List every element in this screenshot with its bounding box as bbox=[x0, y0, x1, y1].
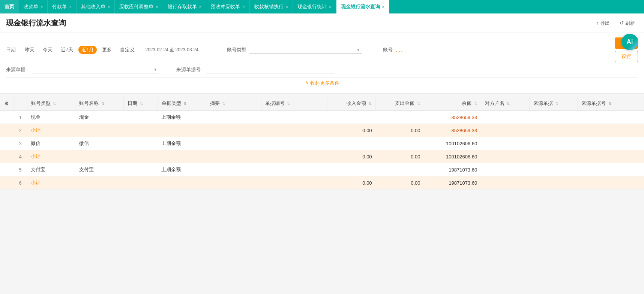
table-cell: 0.00 bbox=[327, 124, 376, 137]
nav-tab-现金银行流水查询[interactable]: 现金银行流水查询 × bbox=[336, 0, 389, 13]
close-icon[interactable]: × bbox=[156, 4, 158, 9]
table-cell bbox=[75, 176, 124, 190]
table-cell bbox=[327, 137, 376, 150]
table-cell bbox=[0, 110, 14, 124]
col-expense[interactable]: 支出金额 ⇅ bbox=[376, 97, 424, 110]
table-cell: 小计 bbox=[27, 124, 75, 137]
table-cell: 6 bbox=[14, 176, 27, 190]
source-doc-label: 来源单据 bbox=[6, 66, 26, 73]
table-cell: 0.00 bbox=[376, 124, 424, 137]
nav-tab-应收应付调整单[interactable]: 应收应付调整单 × bbox=[115, 0, 163, 13]
collapse-button[interactable]: ∧ 收起更多条件 bbox=[6, 77, 638, 89]
close-icon[interactable]: × bbox=[242, 4, 245, 9]
table-cell bbox=[206, 176, 261, 190]
close-icon[interactable]: × bbox=[382, 4, 384, 9]
table-cell bbox=[158, 124, 206, 137]
col-account-type[interactable]: 账号类型 ⇅ bbox=[27, 97, 75, 110]
account-ellipsis-button[interactable]: ... bbox=[396, 46, 404, 54]
table-cell bbox=[578, 137, 644, 150]
table-cell bbox=[75, 150, 124, 163]
close-icon[interactable]: × bbox=[286, 4, 288, 9]
col-summary[interactable]: 摘要 ⇅ bbox=[206, 97, 261, 110]
col-doc-type[interactable]: 单据类型 ⇅ bbox=[158, 97, 206, 110]
table-cell bbox=[578, 110, 644, 124]
col-source-doc-no[interactable]: 来源单据号 ⇅ bbox=[578, 97, 644, 110]
table-cell bbox=[261, 124, 327, 137]
table-cell bbox=[529, 163, 578, 176]
nav-tab-银行存取款单[interactable]: 银行存取款单 × bbox=[163, 0, 206, 13]
table-cell: 19871073.60 bbox=[424, 176, 481, 190]
col-gear[interactable]: ⚙ bbox=[0, 97, 14, 110]
table-cell bbox=[529, 110, 578, 124]
table-cell: 上期余额 bbox=[158, 110, 206, 124]
table-cell bbox=[327, 163, 376, 176]
table-cell bbox=[529, 124, 578, 137]
table-cell: 1 bbox=[14, 110, 27, 124]
nav-tab-收款核销执行[interactable]: 收款核销执行 × bbox=[250, 0, 293, 13]
chevron-down-icon: ▾ bbox=[357, 47, 360, 52]
col-counterparty[interactable]: 对方户名 ⇅ bbox=[481, 97, 529, 110]
date-option-custom[interactable]: 自定义 bbox=[117, 46, 138, 54]
nav-tab-现金银行统计[interactable]: 现金银行统计 × bbox=[293, 0, 336, 13]
date-option-7days[interactable]: 近7天 bbox=[58, 46, 76, 54]
table-cell: 现金 bbox=[27, 110, 75, 124]
col-account-name[interactable]: 账号名称 ⇅ bbox=[75, 97, 124, 110]
account-type-select[interactable]: ▾ bbox=[249, 46, 362, 54]
refresh-icon: ↺ bbox=[620, 20, 624, 26]
close-icon[interactable]: × bbox=[69, 4, 71, 9]
date-option-more[interactable]: 更多 bbox=[99, 46, 115, 54]
table-cell bbox=[124, 137, 158, 150]
table-row[interactable]: 6小计0.000.0019871073.60 bbox=[0, 176, 644, 190]
nav-home[interactable]: 首页 bbox=[0, 0, 19, 13]
export-button[interactable]: ↑ 导出 bbox=[593, 18, 613, 28]
table-row[interactable]: 3微信微信上期余额100102606.60 bbox=[0, 137, 644, 150]
col-source-doc[interactable]: 来源单据 ⇅ bbox=[529, 97, 578, 110]
sort-icon: ⇅ bbox=[507, 101, 510, 106]
close-icon[interactable]: × bbox=[329, 4, 331, 9]
close-icon[interactable]: × bbox=[41, 4, 43, 9]
table-cell bbox=[261, 176, 327, 190]
date-option-1month[interactable]: 近1月 bbox=[78, 46, 97, 54]
nav-tab-其他收入单[interactable]: 其他收入单 × bbox=[77, 0, 115, 13]
table-row[interactable]: 5支付宝支付宝上期余额19871073.60 bbox=[0, 163, 644, 176]
col-doc-no[interactable]: 单据编号 ⇅ bbox=[261, 97, 327, 110]
table-cell bbox=[0, 137, 14, 150]
close-icon[interactable]: × bbox=[199, 4, 201, 9]
date-option-today[interactable]: 今天 bbox=[40, 46, 56, 54]
table-cell bbox=[124, 110, 158, 124]
table-cell bbox=[481, 110, 529, 124]
sort-icon: ⇅ bbox=[183, 101, 186, 106]
table-container: ⚙ 账号类型 ⇅ 账号名称 ⇅ 日期 ⇅ 单据类型 ⇅ bbox=[0, 97, 644, 190]
nav-tab-付款单[interactable]: 付款单 × bbox=[48, 0, 76, 13]
chevron-down-icon: ▾ bbox=[154, 67, 157, 72]
table-cell bbox=[529, 176, 578, 190]
nav-tab-预收冲应收单[interactable]: 预收冲应收单 × bbox=[206, 0, 249, 13]
refresh-button[interactable]: ↺ 刷新 bbox=[617, 18, 638, 28]
nav-tab-收款单[interactable]: 收款单 × bbox=[19, 0, 48, 13]
ai-assistant-button[interactable]: Ai bbox=[621, 34, 638, 50]
table-cell bbox=[529, 137, 578, 150]
table-cell bbox=[124, 176, 158, 190]
table-cell: 100102606.60 bbox=[424, 137, 481, 150]
table-row[interactable]: 4小计0.000.00100102606.60 bbox=[0, 150, 644, 163]
col-balance[interactable]: 余额 ⇅ bbox=[424, 97, 481, 110]
table-cell bbox=[481, 137, 529, 150]
close-icon[interactable]: × bbox=[108, 4, 110, 9]
source-doc-no-input[interactable] bbox=[207, 66, 334, 73]
table-cell: 支付宝 bbox=[27, 163, 75, 176]
table-cell bbox=[75, 124, 124, 137]
date-option-yesterday[interactable]: 昨天 bbox=[22, 46, 38, 54]
table-row[interactable]: 2小计0.000.00-3528659.33 bbox=[0, 124, 644, 137]
table-cell bbox=[0, 176, 14, 190]
source-doc-select[interactable]: ▾ bbox=[32, 66, 159, 73]
account-type-label: 账号类型 bbox=[227, 46, 246, 53]
col-income[interactable]: 收入金额 ⇅ bbox=[327, 97, 376, 110]
col-date[interactable]: 日期 ⇅ bbox=[124, 97, 158, 110]
table-cell bbox=[206, 110, 261, 124]
table-row[interactable]: 1现金现金上期余额-3528659.33 bbox=[0, 110, 644, 124]
settings-button[interactable]: 设置 bbox=[615, 51, 638, 62]
table-cell bbox=[124, 150, 158, 163]
page-header: 现金银行流水查询 ↑ 导出 ↺ 刷新 bbox=[0, 13, 644, 33]
table-cell: 微信 bbox=[75, 137, 124, 150]
table-cell: 2 bbox=[14, 124, 27, 137]
